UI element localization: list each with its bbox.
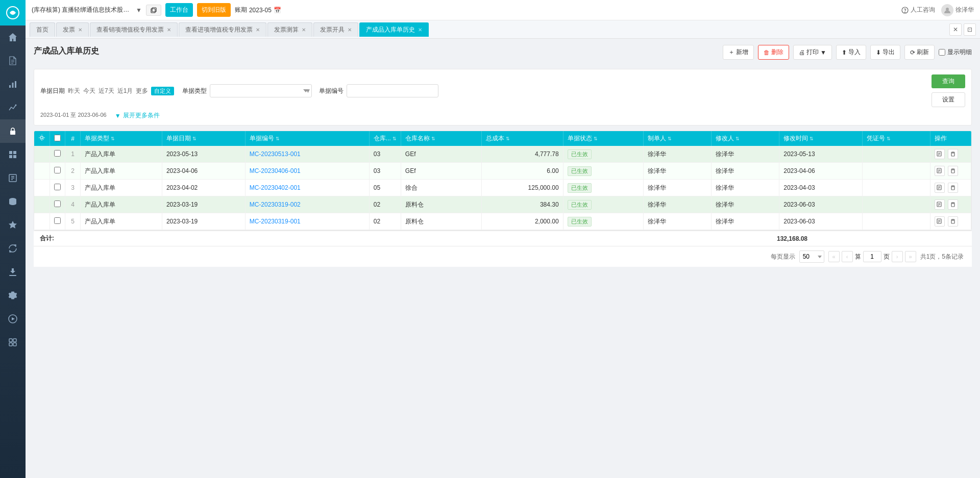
tab-history-close[interactable]: ✕ (418, 27, 422, 33)
calendar-icon[interactable]: 📅 (274, 7, 281, 14)
pagination: 每页显示 50 10 20 100 « ‹ 算 页 › » 共1页，5条记录 (34, 246, 972, 267)
copy-btn[interactable] (146, 5, 161, 16)
sidebar-item-star[interactable] (0, 213, 26, 237)
row-delete-btn-2[interactable] (948, 183, 958, 193)
row-checkbox-2[interactable] (50, 180, 65, 196)
sidebar-item-home[interactable] (0, 26, 26, 49)
tab-maximize-btn[interactable]: ⊡ (964, 23, 976, 36)
custom-date-tag[interactable]: 自定义 (151, 87, 174, 95)
col-total-cost[interactable]: 总成本⇅ (481, 131, 563, 146)
row-number-link-2[interactable]: MC-20230402-001 (250, 184, 301, 191)
help-btn[interactable]: 人工咨询 (901, 6, 935, 14)
new-btn[interactable]: ＋ 新增 (723, 45, 754, 60)
col-checkbox[interactable] (50, 131, 65, 146)
workbench-btn[interactable]: 工作台 (165, 3, 193, 17)
sidebar-item-refresh[interactable] (0, 237, 26, 260)
sidebar-item-chart[interactable] (0, 72, 26, 96)
sidebar-item-settings[interactable] (0, 284, 26, 307)
tab-check-purchase-close[interactable]: ✕ (256, 27, 260, 33)
sidebar-item-report[interactable] (0, 166, 26, 190)
row-delete-btn-1[interactable] (948, 166, 958, 176)
row-checkbox-1[interactable] (50, 163, 65, 180)
user-area[interactable]: 徐泽华 (941, 4, 974, 16)
col-type[interactable]: 单据类型⇅ (81, 131, 162, 146)
row-number-link-0[interactable]: MC-20230513-001 (250, 150, 301, 158)
col-warehouse-code[interactable]: 仓库...⇅ (369, 131, 401, 146)
row-number-link-4[interactable]: MC-20230319-001 (250, 218, 301, 225)
row-delete-btn-0[interactable] (948, 149, 958, 159)
tab-check-sales-vat[interactable]: 查看销项增值税专用发票 ✕ (90, 22, 178, 37)
row-edit-btn-4[interactable] (935, 216, 945, 227)
date-link-yesterday[interactable]: 昨天 (68, 87, 80, 95)
number-filter-input[interactable] (347, 84, 438, 97)
tab-invoice-close[interactable]: ✕ (78, 27, 82, 33)
row-checkbox-4[interactable] (50, 213, 65, 230)
query-button[interactable]: 查询 (932, 74, 965, 88)
tab-check-sales-close[interactable]: ✕ (167, 27, 171, 33)
set-button[interactable]: 设置 (932, 92, 965, 107)
delete-btn[interactable]: 🗑 删除 (758, 45, 789, 60)
row-number-link-3[interactable]: MC-20230319-002 (250, 201, 301, 208)
tab-calc-close[interactable]: ✕ (302, 27, 306, 33)
row-number-link-1[interactable]: MC-20230406-001 (250, 167, 301, 174)
last-page-btn[interactable]: » (905, 251, 916, 262)
tab-close-all-btn[interactable]: ✕ (949, 23, 962, 36)
sidebar-item-analytics[interactable] (0, 96, 26, 119)
col-modify-time[interactable]: 修改时间⇅ (779, 131, 863, 146)
row-number-1[interactable]: MC-20230406-001 (245, 163, 369, 180)
row-checkbox-3[interactable] (50, 196, 65, 213)
row-delete-btn-3[interactable] (948, 199, 958, 210)
tab-product-history[interactable]: 产成品入库单历史 ✕ (359, 22, 429, 37)
print-btn[interactable]: 🖨 打印 ▼ (793, 45, 832, 60)
tab-open-close[interactable]: ✕ (348, 27, 352, 33)
tab-invoice-open[interactable]: 发票开具 ✕ (313, 22, 358, 37)
row-edit-btn-2[interactable] (935, 183, 945, 193)
col-settings[interactable] (34, 131, 50, 146)
date-link-more[interactable]: 更多 (136, 87, 148, 95)
row-number-4[interactable]: MC-20230319-001 (245, 213, 369, 230)
page-number-input[interactable] (863, 251, 881, 262)
row-edit-btn-1[interactable] (935, 166, 945, 176)
sidebar-item-storage[interactable] (0, 190, 26, 213)
tab-check-purchase-vat[interactable]: 查看进项增值税专用发票 ✕ (179, 22, 266, 37)
show-detail-checkbox[interactable] (939, 49, 945, 56)
date-link-7days[interactable]: 近7天 (99, 87, 114, 95)
export-btn[interactable]: ⬇ 导出 (870, 45, 900, 60)
select-all-checkbox[interactable] (54, 135, 61, 141)
tab-home[interactable]: 首页 (30, 22, 55, 37)
row-edit-btn-3[interactable] (935, 199, 945, 210)
refresh-btn[interactable]: ⟳ 刷新 (904, 45, 935, 60)
sidebar-item-download[interactable] (0, 260, 26, 284)
sidebar-item-version[interactable] (0, 331, 26, 354)
prev-page-btn[interactable]: ‹ (842, 251, 853, 262)
row-number-3[interactable]: MC-20230319-002 (245, 196, 369, 213)
date-link-today[interactable]: 今天 (83, 87, 95, 95)
first-page-btn[interactable]: « (828, 251, 840, 262)
row-number-2[interactable]: MC-20230402-001 (245, 180, 369, 196)
col-status[interactable]: 单据状态⇅ (563, 131, 644, 146)
row-checkbox-0[interactable] (50, 146, 65, 163)
sidebar-item-grid[interactable] (0, 143, 26, 166)
row-delete-btn-4[interactable] (948, 216, 958, 227)
date-link-1month[interactable]: 近1月 (117, 87, 133, 95)
tab-invoice[interactable]: 发票 ✕ (56, 22, 89, 37)
col-voucher[interactable]: 凭证号⇅ (863, 131, 930, 146)
tab-invoice-calc[interactable]: 发票测算 ✕ (267, 22, 312, 37)
row-edit-btn-0[interactable] (935, 149, 945, 159)
col-warehouse-name[interactable]: 仓库名称⇅ (401, 131, 481, 146)
row-number-0[interactable]: MC-20230513-001 (245, 146, 369, 163)
expand-more-btn[interactable]: ▼ 展开更多条件 (115, 111, 160, 120)
import-btn[interactable]: ⬆ 导入 (836, 45, 866, 60)
col-modifier[interactable]: 修改人⇅ (712, 131, 779, 146)
next-page-btn[interactable]: › (892, 251, 903, 262)
sidebar-item-play[interactable] (0, 307, 26, 331)
sidebar-item-lock[interactable] (0, 119, 26, 143)
per-page-select[interactable]: 50 10 20 100 (799, 250, 824, 263)
col-number[interactable]: 单据编号⇅ (245, 131, 369, 146)
sidebar-item-document[interactable] (0, 49, 26, 72)
title-dropdown-icon[interactable]: ▼ (136, 7, 142, 14)
switch-old-btn[interactable]: 切到旧版 (197, 3, 231, 17)
type-filter-select[interactable] (210, 84, 312, 97)
col-date[interactable]: 单据日期⇅ (162, 131, 245, 146)
col-creator[interactable]: 制单人⇅ (644, 131, 712, 146)
